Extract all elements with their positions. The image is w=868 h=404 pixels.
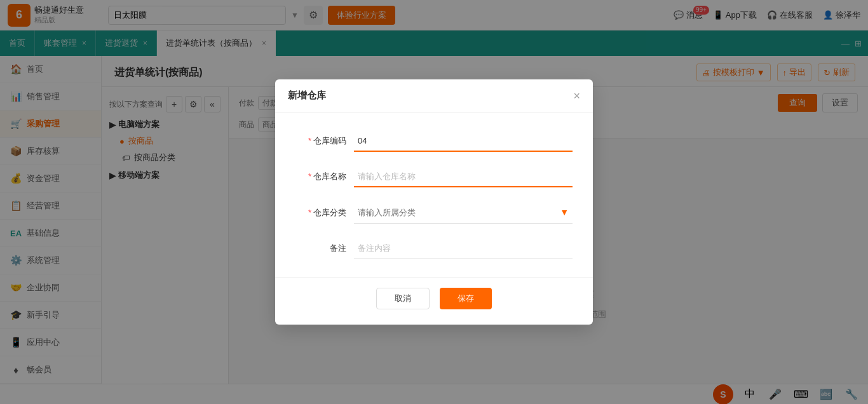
warehouse-category-input[interactable] — [354, 201, 560, 223]
warehouse-category-label: 仓库分类 — [295, 207, 346, 219]
modal-close-button[interactable]: × — [573, 90, 580, 102]
warehouse-category-select-wrap: ▼ — [354, 201, 573, 224]
note-field: 备注 — [295, 238, 573, 259]
modal-body: 仓库编码 仓库名称 仓库分类 ▼ 备注 — [275, 112, 593, 277]
category-dropdown-icon[interactable]: ▼ — [560, 207, 573, 217]
modal-overlay: 新增仓库 × 仓库编码 仓库名称 仓库分类 ▼ — [0, 0, 868, 404]
modal-header: 新增仓库 × — [275, 79, 593, 112]
warehouse-code-label: 仓库编码 — [295, 135, 346, 147]
new-warehouse-modal: 新增仓库 × 仓库编码 仓库名称 仓库分类 ▼ — [275, 79, 593, 325]
note-input[interactable] — [354, 238, 573, 259]
note-label: 备注 — [295, 243, 346, 254]
modal-title: 新增仓库 — [288, 90, 326, 102]
warehouse-name-input[interactable] — [354, 166, 573, 187]
warehouse-name-label: 仓库名称 — [295, 171, 346, 182]
warehouse-code-input[interactable] — [354, 130, 573, 152]
warehouse-category-field: 仓库分类 ▼ — [295, 201, 573, 224]
modal-footer: 取消 保存 — [275, 277, 593, 325]
save-button[interactable]: 保存 — [440, 288, 492, 309]
cancel-button[interactable]: 取消 — [376, 288, 430, 309]
warehouse-name-field: 仓库名称 — [295, 166, 573, 187]
warehouse-code-field: 仓库编码 — [295, 130, 573, 152]
